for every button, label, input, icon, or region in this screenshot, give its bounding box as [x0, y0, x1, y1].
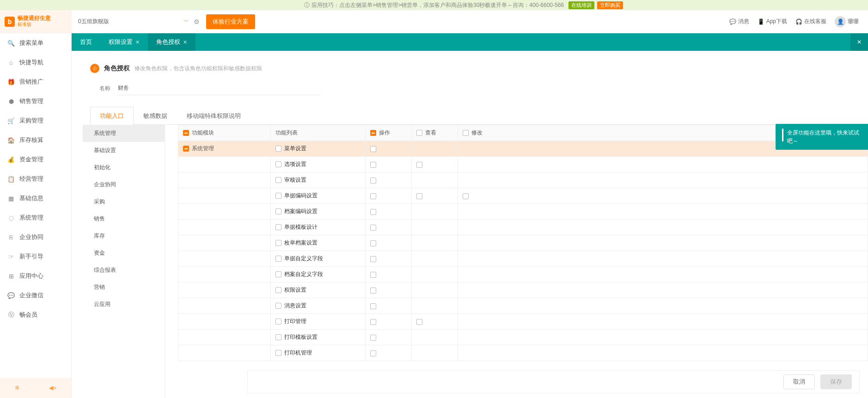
- sidebar-item-6[interactable]: 💰资金管理: [0, 150, 71, 169]
- fullscreen-tip[interactable]: 全屏功能在这里哦，快来试试吧～: [776, 124, 868, 150]
- sidebar-item-13[interactable]: 💬企业微信: [0, 286, 71, 305]
- sidebar-item-11[interactable]: ☞新手引导: [0, 247, 71, 266]
- module-item-2[interactable]: 初始化: [83, 159, 165, 176]
- checkbox-feature[interactable]: [275, 161, 281, 167]
- module-item-7[interactable]: 资金: [83, 245, 165, 262]
- page-desc: 修改角色权限，包含该角色功能权限和敏感数据权限: [134, 65, 262, 73]
- module-item-6[interactable]: 库存: [83, 227, 165, 245]
- checkbox-op[interactable]: [370, 193, 376, 199]
- name-value[interactable]: 财务: [117, 81, 320, 95]
- checkbox-view[interactable]: [416, 319, 422, 325]
- table-row: 单据模板设计: [178, 220, 868, 235]
- sidebar-icon: ⎘: [7, 234, 15, 241]
- checkbox-feature[interactable]: [275, 350, 281, 356]
- sidebar-item-4[interactable]: 🛒采购管理: [0, 111, 71, 130]
- buy-button[interactable]: 立即购买: [597, 1, 623, 9]
- close-icon[interactable]: ✕: [135, 39, 140, 45]
- tab-1[interactable]: 权限设置✕: [100, 33, 148, 51]
- sidebar-item-0[interactable]: 🔍搜索菜单: [0, 33, 71, 53]
- checkbox-feature[interactable]: [275, 193, 281, 199]
- checkbox-op[interactable]: [370, 272, 376, 278]
- checkbox-op-all[interactable]: [370, 130, 376, 136]
- module-item-9[interactable]: 营销: [83, 279, 165, 296]
- checkbox-op[interactable]: [370, 240, 376, 246]
- checkbox-op[interactable]: [370, 225, 376, 231]
- checkbox-op[interactable]: [370, 178, 376, 184]
- cancel-button[interactable]: 取消: [783, 374, 815, 389]
- sidebar-icon: ☞: [7, 253, 15, 260]
- sub-tab-1[interactable]: 敏感数据: [134, 107, 177, 125]
- checkbox-view[interactable]: [416, 193, 422, 199]
- checkbox-feature[interactable]: [275, 287, 281, 293]
- sidebar-item-12[interactable]: ⊞应用中心: [0, 266, 71, 286]
- module-item-8[interactable]: 综合报表: [83, 262, 165, 279]
- module-item-1[interactable]: 基础设置: [83, 142, 165, 159]
- checkbox-op[interactable]: [370, 319, 376, 325]
- checkbox-feature[interactable]: [275, 271, 281, 277]
- industry-plan-button[interactable]: 体验行业方案: [206, 14, 255, 29]
- checkbox-view-all[interactable]: [416, 130, 422, 136]
- tabs-bar: 首页权限设置✕角色授权✕ ✕: [72, 33, 868, 51]
- module-item-3[interactable]: 企业协同: [83, 176, 165, 193]
- sidebar-item-9[interactable]: ◌系统管理: [0, 208, 71, 227]
- sidebar-item-5[interactable]: 🏠库存核算: [0, 130, 71, 150]
- checkbox-feature[interactable]: [275, 334, 281, 340]
- checkbox-op[interactable]: [370, 209, 376, 215]
- checkbox-op[interactable]: [370, 146, 376, 152]
- checkbox-feature[interactable]: [275, 240, 281, 246]
- close-icon[interactable]: ✕: [183, 39, 187, 45]
- sidebar-item-7[interactable]: 📋经营管理: [0, 169, 71, 189]
- checkbox-op[interactable]: [370, 162, 376, 168]
- checkbox-op[interactable]: [370, 256, 376, 262]
- close-all-tabs[interactable]: ✕: [850, 33, 868, 51]
- sidebar-item-10[interactable]: ⎘企业协同: [0, 227, 71, 247]
- checkbox-feature[interactable]: [275, 208, 281, 214]
- checkbox-group[interactable]: [183, 146, 189, 152]
- sidebar-item-8[interactable]: ▦基础信息: [0, 189, 71, 208]
- sidebar-icon: ⬢: [7, 98, 15, 105]
- checkbox-feature[interactable]: [275, 146, 281, 152]
- sidebar-item-label: 经营管理: [19, 175, 43, 183]
- module-item-5[interactable]: 销售: [83, 210, 165, 227]
- sidebar-item-3[interactable]: ⬢销售管理: [0, 92, 71, 111]
- checkbox-op[interactable]: [370, 350, 376, 356]
- sub-tab-2[interactable]: 移动端特殊权限说明: [177, 107, 251, 125]
- checkbox-edit-all[interactable]: [463, 130, 469, 136]
- gear-icon[interactable]: ⚙: [194, 18, 200, 25]
- checkbox-op[interactable]: [370, 288, 376, 294]
- sidebar-item-1[interactable]: ⌂快捷导航: [0, 53, 71, 72]
- module-item-4[interactable]: 采购: [83, 193, 165, 210]
- checkbox-feature[interactable]: [275, 303, 281, 309]
- messages-link[interactable]: 💬消息: [729, 18, 749, 25]
- col-module-label: 功能模块: [192, 129, 214, 136]
- logo[interactable]: b 畅捷通好生意 标准版: [0, 10, 72, 33]
- org-selector[interactable]: 0五组旗舰版 ﹀: [78, 18, 189, 25]
- save-button[interactable]: 保存: [820, 374, 852, 389]
- checkbox-feature[interactable]: [275, 256, 281, 262]
- module-item-0[interactable]: 系统管理: [83, 125, 165, 142]
- sub-tab-0[interactable]: 功能入口: [90, 107, 134, 125]
- checkbox-feature[interactable]: [275, 224, 281, 230]
- sidebar-item-2[interactable]: 🎁营销推广: [0, 72, 71, 92]
- user-menu[interactable]: 👤珊珊: [835, 16, 859, 27]
- feature-label: 档案自定义字段: [284, 271, 323, 277]
- tab-2[interactable]: 角色授权✕: [148, 33, 196, 51]
- permission-table-wrap[interactable]: 功能模块 功能列表 操作 查看 修改 系统管理菜单设置选项设置审核设置单据编码设…: [178, 125, 868, 398]
- checkbox-op[interactable]: [370, 303, 376, 309]
- checkbox-op[interactable]: [370, 335, 376, 341]
- settings-icon[interactable]: ✲: [15, 385, 19, 391]
- checkbox-module-all[interactable]: [183, 130, 189, 136]
- checkbox-feature[interactable]: [275, 318, 281, 325]
- col-module: 功能模块: [178, 125, 271, 141]
- checkbox-feature[interactable]: [275, 177, 281, 183]
- training-button[interactable]: 在线培训: [568, 1, 594, 9]
- support-link[interactable]: 🎧在线客服: [795, 18, 826, 25]
- app-download-link[interactable]: 📱App下载: [758, 18, 787, 25]
- sidebar-item-14[interactable]: Ⓥ畅会员: [0, 305, 71, 325]
- checkbox-edit[interactable]: [463, 193, 469, 199]
- permission-table: 功能模块 功能列表 操作 查看 修改 系统管理菜单设置选项设置审核设置单据编码设…: [178, 125, 868, 361]
- tab-0[interactable]: 首页: [72, 33, 100, 51]
- module-item-10[interactable]: 云应用: [83, 296, 165, 313]
- collapse-icon[interactable]: ◀»: [49, 385, 56, 391]
- checkbox-view[interactable]: [416, 162, 422, 168]
